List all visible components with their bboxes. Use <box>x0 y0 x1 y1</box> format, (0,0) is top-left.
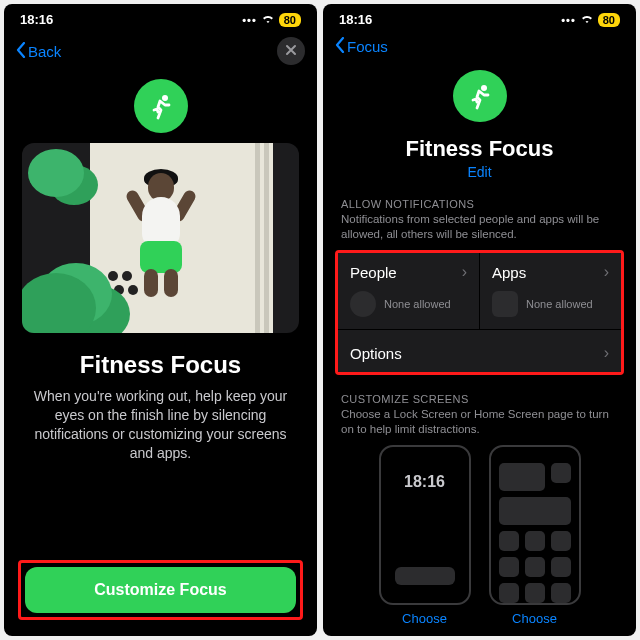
status-time: 18:16 <box>20 12 53 27</box>
people-cell[interactable]: People › None allowed <box>338 253 479 329</box>
fitness-icon <box>453 70 507 122</box>
people-label: People <box>350 264 397 281</box>
wifi-icon <box>261 14 275 26</box>
battery-badge: 80 <box>598 13 620 27</box>
status-right: ••• 80 <box>242 13 301 27</box>
fitness-icon <box>134 79 188 133</box>
choose-lock-button[interactable]: Choose <box>402 611 447 626</box>
chevron-right-icon: › <box>604 263 609 281</box>
apps-cell[interactable]: Apps › None allowed <box>479 253 621 329</box>
screens-row: 18:16 Choose Choose <box>323 445 636 636</box>
highlight-box: Customize Focus <box>18 560 303 620</box>
page-title: Fitness Focus <box>4 351 317 379</box>
chevron-right-icon: › <box>462 263 467 281</box>
illustration <box>22 143 299 333</box>
customize-screens-sub: Choose a Lock Screen or Home Screen page… <box>323 407 636 445</box>
status-bar: 18:16 ••• 80 <box>4 4 317 31</box>
people-sub: None allowed <box>384 298 451 310</box>
home-screen-thumb[interactable] <box>489 445 581 605</box>
close-button[interactable] <box>277 37 305 65</box>
avatar-placeholder-icon <box>350 291 376 317</box>
apps-label: Apps <box>492 264 526 281</box>
cellular-icon: ••• <box>242 14 257 26</box>
back-label: Focus <box>347 38 388 55</box>
wifi-icon <box>580 14 594 26</box>
options-row[interactable]: Options › <box>338 329 621 375</box>
apps-sub: None allowed <box>526 298 593 310</box>
edit-button[interactable]: Edit <box>323 164 636 180</box>
app-placeholder-icon <box>492 291 518 317</box>
choose-home-button[interactable]: Choose <box>512 611 557 626</box>
chevron-left-icon <box>335 37 345 56</box>
chevron-left-icon <box>16 42 26 61</box>
customize-screens-header: CUSTOMIZE SCREENS <box>323 375 636 407</box>
page-title: Fitness Focus <box>323 136 636 162</box>
lock-screen-widget-placeholder <box>395 567 455 585</box>
status-time: 18:16 <box>339 12 372 27</box>
phone-right: 18:16 ••• 80 Focus Fitness Focus Edit AL… <box>323 4 636 636</box>
back-label: Back <box>28 43 61 60</box>
chevron-right-icon: › <box>604 344 609 362</box>
back-button[interactable]: Focus <box>335 37 388 56</box>
status-bar: 18:16 ••• 80 <box>323 4 636 31</box>
back-button[interactable]: Back <box>16 42 61 61</box>
status-right: ••• 80 <box>561 13 620 27</box>
battery-badge: 80 <box>279 13 301 27</box>
nav-bar: Focus <box>323 31 636 62</box>
svg-point-0 <box>162 95 168 101</box>
allow-notifications-sub: Notifications from selected people and a… <box>323 212 636 250</box>
allow-notifications-header: ALLOW NOTIFICATIONS <box>323 180 636 212</box>
page-description: When you're working out, help keep your … <box>4 379 317 463</box>
phone-left: 18:16 ••• 80 Back <box>4 4 317 636</box>
close-icon <box>285 43 297 59</box>
svg-point-1 <box>481 85 487 91</box>
cellular-icon: ••• <box>561 14 576 26</box>
highlight-box: People › None allowed Apps › None allowe… <box>335 250 624 375</box>
customize-focus-button[interactable]: Customize Focus <box>25 567 296 613</box>
nav-bar: Back <box>4 31 317 71</box>
lock-screen-time: 18:16 <box>404 473 445 491</box>
lock-screen-thumb[interactable]: 18:16 <box>379 445 471 605</box>
options-label: Options <box>350 345 402 362</box>
